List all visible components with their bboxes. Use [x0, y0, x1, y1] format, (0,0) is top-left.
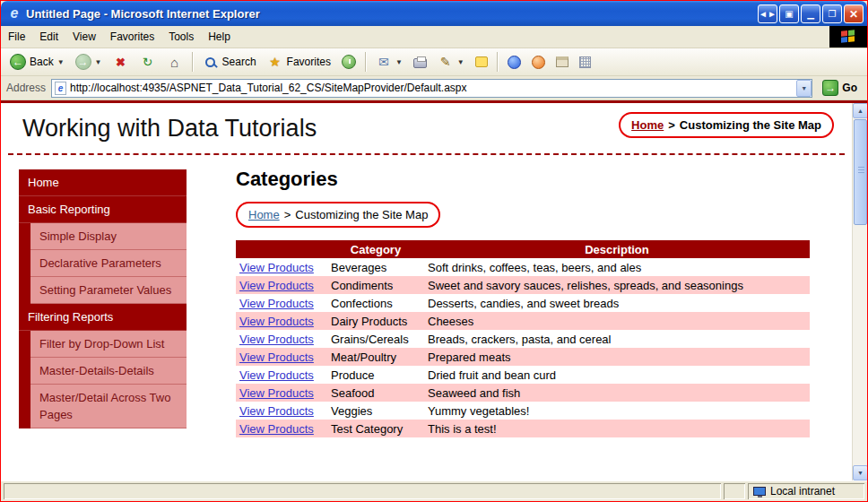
- window-arrows-button[interactable]: ◄►: [758, 4, 777, 23]
- go-button[interactable]: → Go: [818, 78, 862, 98]
- stop-button[interactable]: ✖: [108, 51, 135, 73]
- close-button[interactable]: ✕: [844, 4, 864, 23]
- browser-window: e Untitled Page - Microsoft Internet Exp…: [0, 0, 868, 502]
- print-button[interactable]: [408, 53, 432, 71]
- favorites-button[interactable]: ★ Favorites: [262, 51, 336, 73]
- category-cell: Confections: [327, 294, 424, 312]
- site-title: Working with Data Tutorials: [22, 115, 317, 143]
- table-row: View Products Condiments Sweet and savor…: [236, 276, 810, 294]
- favorites-star-icon: ★: [267, 54, 283, 70]
- mail-button[interactable]: ✉ ▼: [370, 51, 408, 73]
- home-button[interactable]: ⌂: [161, 51, 188, 73]
- sidebar-item-declarative-parameters[interactable]: Declarative Parameters: [30, 250, 187, 277]
- view-products-link[interactable]: View Products: [239, 315, 314, 328]
- back-button[interactable]: ← Back ▼: [4, 51, 70, 73]
- minimize-button[interactable]: ▁: [801, 4, 820, 23]
- mail-dropdown-icon[interactable]: ▼: [395, 58, 403, 66]
- address-bar: Address e http://localhost:4935/ASPNET_D…: [1, 76, 867, 100]
- sidebar-item-filtering-reports[interactable]: Filtering Reports: [19, 304, 187, 331]
- view-products-link[interactable]: View Products: [239, 333, 314, 346]
- menu-view[interactable]: View: [65, 26, 103, 48]
- edit-icon: ✎: [438, 54, 454, 70]
- breadcrumb-current: Customizing the Site Map: [295, 208, 428, 221]
- messenger-button[interactable]: [502, 53, 526, 72]
- header-category: Category: [327, 240, 424, 258]
- msn-button[interactable]: [526, 53, 551, 72]
- menu-bar: File Edit View Favorites Tools Help: [1, 26, 867, 48]
- view-products-link[interactable]: View Products: [239, 279, 314, 292]
- title-bar[interactable]: e Untitled Page - Microsoft Internet Exp…: [1, 1, 867, 26]
- favorites-label: Favorites: [287, 56, 331, 68]
- local-intranet-icon: [753, 487, 766, 496]
- view-products-link[interactable]: View Products: [239, 297, 314, 310]
- forward-button[interactable]: → ▼: [70, 51, 108, 73]
- scrollbar-thumb[interactable]: [854, 119, 867, 225]
- breadcrumb-home-link[interactable]: Home: [631, 118, 664, 132]
- sidebar-item-setting-parameter-values[interactable]: Setting Parameter Values: [30, 277, 187, 304]
- search-label: Search: [222, 56, 256, 68]
- menu-tools[interactable]: Tools: [161, 26, 201, 48]
- breadcrumb-current: Customizing the Site Map: [680, 118, 821, 132]
- breadcrumb-home-link[interactable]: Home: [248, 208, 280, 221]
- menu-favorites[interactable]: Favorites: [103, 26, 161, 48]
- sidebar-item-basic-reporting[interactable]: Basic Reporting: [19, 196, 187, 223]
- category-cell: Beverages: [327, 258, 424, 276]
- scroll-up-button[interactable]: ▲: [853, 103, 867, 118]
- category-cell: Condiments: [327, 276, 424, 294]
- menu-help[interactable]: Help: [201, 26, 238, 48]
- search-button[interactable]: Search: [197, 51, 262, 73]
- forward-dropdown-icon[interactable]: ▼: [95, 58, 102, 66]
- browser-viewport: Working with Data Tutorials Home>Customi…: [1, 103, 867, 480]
- view-products-link[interactable]: View Products: [239, 368, 314, 382]
- media-button[interactable]: [551, 54, 574, 70]
- description-cell: This is a test!: [424, 420, 810, 437]
- view-products-link[interactable]: View Products: [239, 351, 314, 364]
- view-products-link[interactable]: View Products: [239, 422, 314, 436]
- history-button[interactable]: [336, 52, 361, 72]
- description-cell: Breads, crackers, pasta, and cereal: [424, 330, 810, 348]
- standard-buttons-toolbar: ← Back ▼ → ▼ ✖ ↻ ⌂ Search ★ Favorites ✉ …: [1, 48, 867, 76]
- breadcrumb-separator: >: [284, 208, 291, 221]
- table-row: View Products Test Category This is a te…: [236, 420, 810, 437]
- menu-edit[interactable]: Edit: [32, 26, 65, 48]
- sidebar-item-home[interactable]: Home: [19, 169, 187, 196]
- view-products-link[interactable]: View Products: [239, 261, 314, 274]
- go-arrow-icon: →: [822, 80, 838, 96]
- sidebar-item-master-detail-two-pages[interactable]: Master/Detail Across Two Pages: [30, 385, 187, 428]
- sidebar-item-filter-by-dropdown-list[interactable]: Filter by Drop-Down List: [30, 331, 187, 358]
- discuss-icon: [475, 56, 488, 67]
- menu-file[interactable]: File: [1, 26, 32, 48]
- view-products-link[interactable]: View Products: [239, 386, 314, 400]
- address-dropdown-button[interactable]: ▼: [796, 80, 812, 97]
- menu-spacer: [238, 26, 829, 48]
- sidebar-item-master-details-details[interactable]: Master-Details-Details: [30, 358, 187, 385]
- windows-logo-throbber: [829, 26, 867, 48]
- stop-icon: ✖: [113, 54, 129, 70]
- forward-icon: →: [75, 54, 91, 70]
- sidebar-item-simple-display[interactable]: Simple Display: [30, 223, 187, 250]
- view-products-link[interactable]: View Products: [239, 404, 314, 418]
- table-row: View Products Grains/Cereals Breads, cra…: [236, 330, 810, 348]
- scroll-down-button[interactable]: ▼: [853, 465, 867, 480]
- msn-icon: [532, 56, 545, 69]
- back-dropdown-icon[interactable]: ▼: [57, 58, 65, 66]
- toolbar-separator: [365, 52, 367, 72]
- mail-icon: ✉: [376, 54, 392, 70]
- address-input[interactable]: e http://localhost:4935/ASPNET_Data_Tuto…: [51, 79, 812, 98]
- zone-label: Local intranet: [770, 485, 835, 498]
- page-body: Home Basic Reporting Simple Display Decl…: [1, 155, 852, 437]
- description-cell: Yummy vegetables!: [424, 402, 810, 420]
- discuss-button[interactable]: [470, 54, 493, 70]
- vertical-scrollbar[interactable]: ▲ ▼: [852, 103, 867, 480]
- status-main-panel: [4, 483, 721, 499]
- address-url-text[interactable]: http://localhost:4935/ASPNET_Data_Tutori…: [70, 82, 796, 94]
- edit-button[interactable]: ✎ ▼: [432, 51, 470, 73]
- category-cell: Produce: [327, 366, 424, 384]
- refresh-button[interactable]: ↻: [135, 51, 161, 73]
- maximize-button[interactable]: ❐: [822, 4, 842, 23]
- edit-dropdown-icon[interactable]: ▼: [457, 58, 464, 66]
- encoding-button[interactable]: [574, 54, 596, 71]
- table-row: View Products Meat/Poultry Prepared meat…: [236, 348, 810, 366]
- table-header-row: Category Description: [236, 240, 810, 258]
- window-restore-panel-button[interactable]: ▣: [779, 4, 799, 23]
